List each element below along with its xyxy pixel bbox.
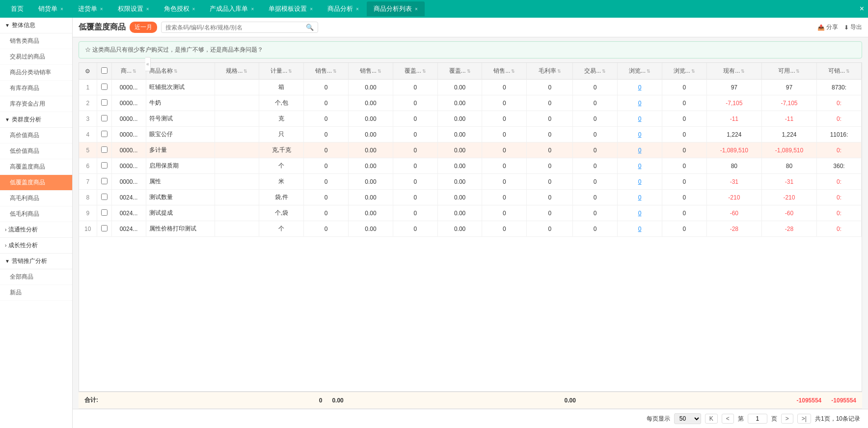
available-col-header[interactable]: 可用...⇅ xyxy=(761,63,816,80)
page-size-select[interactable]: 50 20 100 200 xyxy=(674,413,701,424)
summary-sales-amt: 0.00 xyxy=(332,397,343,404)
row-browse1[interactable]: 0 xyxy=(618,158,662,174)
row-checkbox[interactable] xyxy=(101,178,108,184)
current-col-header[interactable]: 现有...⇅ xyxy=(706,63,761,80)
sidebar-item-all-goods[interactable]: 全部商品 xyxy=(0,269,72,285)
row-browse2: 0 xyxy=(662,190,706,205)
row-checkbox[interactable] xyxy=(101,146,108,153)
sidebar-section-marketing[interactable]: ▼ 营销推广分析 xyxy=(0,254,72,269)
close-permission-tab[interactable]: × xyxy=(146,6,149,12)
row-browse1[interactable]: 0 xyxy=(618,111,662,127)
close-product-tab[interactable]: × xyxy=(251,6,254,12)
select-all-checkbox[interactable] xyxy=(101,67,108,74)
search-input[interactable] xyxy=(165,24,306,31)
close-analysis-tab[interactable]: × xyxy=(356,6,359,12)
sales-qty-col-header[interactable]: 销售...⇅ xyxy=(304,63,349,80)
row-current: -210 xyxy=(706,190,761,205)
row-checkbox[interactable] xyxy=(101,194,108,200)
row-checkbox[interactable] xyxy=(101,162,108,169)
close-analysis-list-tab[interactable]: × xyxy=(415,6,418,12)
sales-amt-col-header[interactable]: 销售...⇅ xyxy=(348,63,393,80)
row-sales-x: 0 xyxy=(482,143,527,158)
last-page-button[interactable]: >| xyxy=(797,414,811,424)
nav-tab-role[interactable]: 角色授权 × xyxy=(157,1,202,16)
sidebar-item-new-goods[interactable]: 新品 xyxy=(0,285,72,301)
unit-col-header[interactable]: 计量...⇅ xyxy=(259,63,304,80)
sidebar-item-sales-goods[interactable]: 销售类商品 xyxy=(0,33,72,49)
row-browse1[interactable]: 0 xyxy=(618,205,662,221)
row-browse1[interactable]: 0 xyxy=(618,127,662,143)
row-browse1[interactable]: 0 xyxy=(618,174,662,190)
row-trans: 0 xyxy=(573,205,618,221)
row-checkbox[interactable] xyxy=(101,99,108,106)
sidebar-item-high-value[interactable]: 高价值商品 xyxy=(0,128,72,143)
row-cov1: 0 xyxy=(393,80,437,95)
row-cov2: 0.00 xyxy=(437,221,482,237)
sidebar-item-low-margin[interactable]: 低毛利商品 xyxy=(0,206,72,222)
content-area: « 低覆盖度商品 近一月 🔍 📤 分享 ⬇ 导出 ☆ 这类商品只有很少客户购买过… xyxy=(73,18,868,428)
close-template-tab[interactable]: × xyxy=(310,6,313,12)
sidebar-item-category-rate[interactable]: 商品分类动销率 xyxy=(0,65,72,81)
settings-col-header[interactable]: ⚙ xyxy=(79,63,97,80)
row-available: 97 xyxy=(761,80,816,95)
nav-tab-sales[interactable]: 销货单 × xyxy=(31,1,70,16)
code-col-header[interactable]: 商...⇅ xyxy=(111,63,146,80)
row-browse1[interactable]: 0 xyxy=(618,143,662,158)
row-available: -7,105 xyxy=(761,95,816,111)
row-trans: 0 xyxy=(573,143,618,158)
close-sales-tab[interactable]: × xyxy=(60,6,63,12)
close-role-tab[interactable]: × xyxy=(192,6,195,12)
sidebar-item-low-value[interactable]: 低价值商品 xyxy=(0,143,72,159)
next-page-button[interactable]: > xyxy=(781,414,793,424)
sidebar-item-traded-goods[interactable]: 交易过的商品 xyxy=(0,49,72,65)
sidebar-item-low-coverage[interactable]: 低覆盖度商品 xyxy=(0,175,72,191)
sidebar-item-high-margin[interactable]: 高毛利商品 xyxy=(0,191,72,206)
nav-tab-purchase[interactable]: 进货单 × xyxy=(71,1,110,16)
coverage2-col-header[interactable]: 覆盖...⇅ xyxy=(437,63,482,80)
nav-tab-product[interactable]: 产成品入库单 × xyxy=(203,1,261,16)
check-col-header[interactable] xyxy=(97,63,111,80)
saleable-col-header[interactable]: 可销...⇅ xyxy=(817,63,862,80)
close-all-button[interactable]: × xyxy=(860,4,864,13)
sidebar-section-overall[interactable]: ▼ 整体信息 xyxy=(0,18,72,33)
row-checkbox[interactable] xyxy=(101,131,108,137)
row-browse1[interactable]: 0 xyxy=(618,80,662,95)
share-button[interactable]: 📤 分享 xyxy=(817,23,838,31)
first-page-button[interactable]: K xyxy=(705,414,718,424)
page-number-input[interactable] xyxy=(748,414,767,424)
row-checkbox[interactable] xyxy=(101,115,108,121)
sidebar-section-liquidity[interactable]: › 流通性分析 xyxy=(0,222,72,238)
row-browse1[interactable]: 0 xyxy=(618,95,662,111)
row-browse1[interactable]: 0 xyxy=(618,190,662,205)
browse1-col-header[interactable]: 浏览...⇅ xyxy=(618,63,662,80)
nav-tab-permission[interactable]: 权限设置 × xyxy=(111,1,156,16)
row-checkbox[interactable] xyxy=(101,209,108,216)
nav-tab-home[interactable]: 首页 xyxy=(4,1,30,16)
period-button[interactable]: 近一月 xyxy=(130,22,157,33)
sidebar-item-in-stock[interactable]: 有库存商品 xyxy=(0,81,72,96)
export-button[interactable]: ⬇ 导出 xyxy=(844,23,862,31)
prev-page-button[interactable]: < xyxy=(722,414,734,424)
row-browse2: 0 xyxy=(662,205,706,221)
name-col-header[interactable]: 商品名称⇅ xyxy=(146,63,215,80)
coverage1-col-header[interactable]: 覆盖...⇅ xyxy=(393,63,437,80)
sidebar-collapse-button[interactable]: « xyxy=(145,57,151,71)
close-purchase-tab[interactable]: × xyxy=(100,6,103,12)
nav-tab-analysis-list[interactable]: 商品分析列表 × xyxy=(367,1,425,16)
row-browse1[interactable]: 0 xyxy=(618,221,662,237)
nav-tab-analysis[interactable]: 商品分析 × xyxy=(321,1,366,16)
sidebar-section-cluster[interactable]: ▼ 类群度分析 xyxy=(0,112,72,128)
sales-x-col-header[interactable]: 销售...⇅ xyxy=(482,63,527,80)
sidebar-item-high-coverage[interactable]: 高覆盖度商品 xyxy=(0,159,72,175)
gross-rate-col-header[interactable]: 毛利率⇅ xyxy=(527,63,573,80)
row-checkbox[interactable] xyxy=(101,225,108,231)
spec-col-header[interactable]: 规格...⇅ xyxy=(215,63,259,80)
sidebar-section-growth[interactable]: › 成长性分析 xyxy=(0,238,72,254)
data-table-container[interactable]: ⚙ 商...⇅ 商品名称⇅ 规格...⇅ 计量...⇅ 销售...⇅ 销售...… xyxy=(79,62,862,392)
transaction-col-header[interactable]: 交易...⇅ xyxy=(573,63,618,80)
table-row: 7 0000... 属性 米 0 0.00 0 0.00 0 0 0 0 0 -… xyxy=(79,174,862,190)
row-checkbox[interactable] xyxy=(101,84,108,90)
nav-tab-template[interactable]: 单据模板设置 × xyxy=(262,1,320,16)
sidebar-item-capital[interactable]: 库存资金占用 xyxy=(0,96,72,112)
browse2-col-header[interactable]: 浏览...⇅ xyxy=(662,63,706,80)
